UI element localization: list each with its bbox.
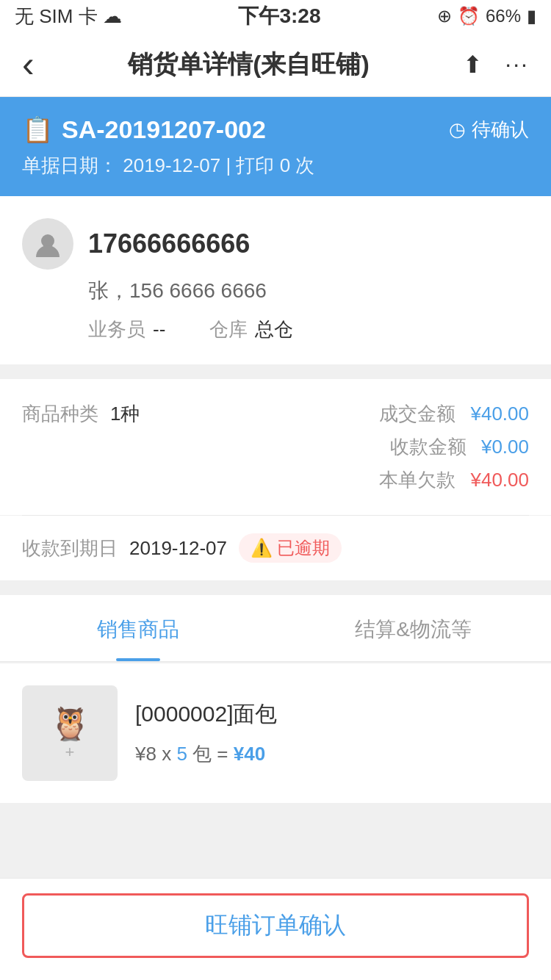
print-label: | 打印 [226, 154, 274, 176]
product-qty: 5 [176, 743, 187, 765]
salesman-value: -- [153, 318, 165, 341]
overdue-badge: ⚠️ 已逾期 [239, 533, 342, 563]
amount-row-2: 收款金额 ¥0.00 [390, 434, 529, 460]
nav-actions [463, 51, 529, 79]
amounts: 成交金额 ¥40.00 收款金额 ¥0.00 本单欠款 ¥40.00 [379, 401, 529, 493]
due-section: 收款到期日 2019-12-07 ⚠️ 已逾期 [0, 516, 551, 580]
collected-value: ¥0.00 [481, 436, 529, 458]
order-id-row: 📋 SA-20191207-002 [22, 115, 266, 144]
collected-label: 收款金额 [390, 434, 467, 460]
alarm-icon: ⏰ [458, 6, 480, 26]
product-price: ¥8 x 5 包 = ¥40 [135, 741, 529, 767]
tabs-section: 销售商品 结算&物流等 [0, 595, 551, 662]
tabs-row: 销售商品 结算&物流等 [0, 595, 551, 661]
status-right: ⊕ ⏰ 66% ▮ [437, 6, 536, 26]
alert-icon: ⚠️ [251, 538, 273, 558]
summary-section: 商品种类 1种 成交金额 ¥40.00 收款金额 ¥0.00 本单欠款 ¥40.… [0, 379, 551, 515]
order-banner: 📋 SA-20191207-002 待确认 单据日期： 2019-12-07 |… [0, 97, 551, 196]
customer-phone: 17666666666 [88, 228, 250, 259]
product-total: ¥40 [234, 743, 265, 765]
order-date-row: 单据日期： 2019-12-07 | 打印 0 次 [22, 153, 529, 179]
status-left: 无 SIM 卡 ☁ [15, 4, 122, 29]
product-info: [0000002]面包 ¥8 x 5 包 = ¥40 [135, 699, 529, 767]
price-multiply: x [162, 743, 171, 765]
back-button[interactable] [22, 46, 35, 83]
tab-settlement[interactable]: 结算&物流等 [276, 595, 551, 661]
price-unit: ¥8 [135, 743, 156, 765]
product-type: 商品种类 1种 [22, 401, 140, 427]
order-status: 待确认 [449, 117, 529, 143]
tab-settlement-label: 结算&物流等 [355, 618, 472, 641]
order-status-text: 待确认 [472, 117, 529, 143]
divider-1 [0, 364, 551, 379]
nav-bar: 销货单详情(来自旺铺) [0, 32, 551, 97]
battery-status: 66% [486, 6, 521, 26]
customer-name: 张，156 6666 6666 [22, 277, 529, 305]
avatar [22, 218, 73, 270]
due-label: 收款到期日 [22, 536, 118, 561]
date-label: 单据日期： [22, 154, 118, 176]
owe-value: ¥40.00 [470, 469, 529, 491]
more-icon[interactable] [505, 51, 529, 78]
location-icon: ⊕ [437, 6, 452, 26]
warehouse-label: 仓库 [209, 317, 248, 342]
order-date-value: 2019-12-07 [123, 154, 220, 176]
bottom-bar: 旺铺订单确认 [0, 878, 551, 980]
owe-label: 本单欠款 [379, 467, 455, 493]
overdue-text: 已逾期 [277, 536, 330, 560]
product-row: 🦉 + [0000002]面包 ¥8 x 5 包 = ¥40 [22, 685, 529, 781]
print-unit: 次 [295, 154, 314, 176]
amount-row-1: 成交金额 ¥40.00 [379, 401, 529, 427]
salesman-label: 业务员 [88, 317, 145, 342]
customer-meta: 业务员 -- 仓库 总仓 [22, 317, 529, 342]
page-title: 销货单详情(来自旺铺) [128, 48, 370, 82]
product-thumbnail: 🦉 + [22, 685, 118, 781]
salesman-info: 业务员 -- [88, 317, 165, 342]
order-id-text: SA-20191207-002 [62, 115, 266, 144]
battery-icon: ▮ [527, 6, 536, 26]
due-date-value: 2019-12-07 [129, 537, 227, 560]
confirm-order-button[interactable]: 旺铺订单确认 [22, 893, 529, 958]
tab-sales-products[interactable]: 销售商品 [0, 595, 276, 661]
warehouse-info: 仓库 总仓 [209, 317, 293, 342]
print-count: 0 [280, 154, 290, 176]
product-type-value: 1种 [110, 401, 140, 427]
customer-section: 17666666666 张，156 6666 6666 业务员 -- 仓库 总仓 [0, 196, 551, 364]
sim-status: 无 SIM 卡 ☁ [15, 4, 122, 29]
divider-2 [0, 580, 551, 595]
status-time: 下午3:28 [238, 2, 320, 30]
product-logo: 🦉 [50, 705, 90, 743]
product-type-label: 商品种类 [22, 401, 98, 427]
price-unit-label: 包 [192, 743, 212, 765]
share-icon[interactable] [463, 51, 483, 79]
price-equals: = [217, 743, 228, 765]
order-icon: 📋 [22, 115, 53, 144]
amount-row-3: 本单欠款 ¥40.00 [379, 467, 529, 493]
product-name: [0000002]面包 [135, 699, 529, 729]
amount-value: ¥40.00 [470, 403, 529, 425]
tab-sales-label: 销售商品 [97, 618, 179, 641]
amount-label: 成交金额 [379, 401, 455, 427]
clock-icon [449, 118, 466, 141]
confirm-button-label: 旺铺订单确认 [205, 909, 346, 942]
product-section: 🦉 + [0000002]面包 ¥8 x 5 包 = ¥40 [0, 663, 551, 803]
product-logo-plus: + [65, 743, 75, 762]
warehouse-value: 总仓 [255, 317, 293, 342]
status-bar: 无 SIM 卡 ☁ 下午3:28 ⊕ ⏰ 66% ▮ [0, 0, 551, 32]
